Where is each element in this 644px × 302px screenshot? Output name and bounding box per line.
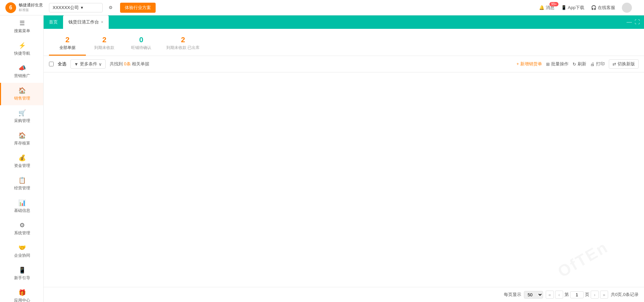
company-name: XXXXXX公司 <box>53 5 79 11</box>
tab-maximize-icon[interactable]: ⛶ <box>635 19 640 25</box>
batch-icon: ⊞ <box>546 62 550 67</box>
sidebar-item-inventory[interactable]: 🏠 库存核算 <box>0 128 43 150</box>
sidebar-label-marketing: 营销推广 <box>14 73 30 79</box>
system-icon: ⚙ <box>19 222 25 229</box>
toolbar-right: + 新增销货单 ⊞ 批量操作 ↻ 刷新 🖨 打印 ⇄ <box>517 59 639 69</box>
phone-icon: 📱 <box>561 5 567 10</box>
stat-tab-overdue[interactable]: 2 到期未收款 <box>86 33 123 56</box>
tab-home[interactable]: 首页 <box>44 15 63 29</box>
sidebar-label-purchase: 采购管理 <box>14 118 30 124</box>
sidebar-label-sales: 销售管理 <box>14 96 30 101</box>
sidebar-item-system[interactable]: ⚙ 系统管理 <box>0 218 43 240</box>
page-content: 2 全部单据 2 到期未收款 0 旺铺待确认 2 到期未收款 已出库 <box>44 29 644 302</box>
notification-badge: 99+ <box>549 2 558 6</box>
sidebar-item-app-center[interactable]: 🎁 应用中心 <box>0 285 43 302</box>
tab-bar-actions: — ⛶ <box>627 19 644 25</box>
operations-icon: 📋 <box>18 177 26 184</box>
switch-version-btn[interactable]: ⇄ 切换新版 <box>609 59 639 69</box>
stats-tabs: 2 全部单据 2 到期未收款 0 旺铺待确认 2 到期未收款 已出库 <box>44 29 644 56</box>
sidebar-item-quick-nav[interactable]: ⚡ 快捷导航 <box>0 38 43 60</box>
online-service-btn[interactable]: 🎧 在线客服 <box>591 5 615 11</box>
prev-page-btn[interactable]: ‹ <box>555 291 563 299</box>
page-size-select[interactable]: 50 100 200 <box>524 291 543 299</box>
stat-count-all: 2 <box>65 36 69 44</box>
first-page-btn[interactable]: « <box>546 291 554 299</box>
page-nav: « ‹ 第 页 › » <box>546 291 608 299</box>
sidebar-label-guide: 新手引导 <box>14 275 30 281</box>
cooperation-icon: 🤝 <box>18 244 26 251</box>
app-center-icon: 🎁 <box>18 289 26 296</box>
company-selector[interactable]: XXXXXX公司 ▾ <box>49 3 103 12</box>
stat-tab-pending[interactable]: 0 旺铺待确认 <box>123 33 160 56</box>
add-sale-btn[interactable]: + 新增销货单 <box>517 61 542 67</box>
sidebar-label-app-center: 应用中心 <box>14 298 30 302</box>
quick-nav-icon: ⚡ <box>18 42 26 49</box>
pagination: 每页显示 50 100 200 « ‹ 第 页 › » 共0页,0条记录 <box>44 287 644 302</box>
sidebar-label-capital: 资金管理 <box>14 163 30 169</box>
notification-area[interactable]: 🔔 消息 99+ <box>539 5 554 11</box>
marketing-icon: 📣 <box>18 64 26 72</box>
refresh-icon: ↻ <box>573 62 576 67</box>
sidebar-item-marketing[interactable]: 📣 营销推广 <box>0 60 43 83</box>
experience-btn[interactable]: 体验行业方案 <box>120 3 156 13</box>
toolbar: 全选 ▼ 更多条件 ∨ 共找到 0条 相关单据 + 新增销货单 ⊞ 批量操作 <box>44 56 644 72</box>
sidebar-item-basic-info[interactable]: 📊 基础信息 <box>0 195 43 218</box>
content-area: 首页 钱货日清工作台 × — ⛶ 2 全部单据 2 到期未收款 <box>44 15 644 302</box>
purchase-icon: 🛒 <box>18 109 26 117</box>
chevron-down-icon: ▾ <box>81 5 83 10</box>
found-prefix: 共找到 <box>110 61 123 66</box>
logo-area: 6 畅捷通好生意 标准版 <box>5 2 49 13</box>
select-all-checkbox[interactable] <box>49 62 54 66</box>
tab-minimize-icon[interactable]: — <box>627 19 632 25</box>
found-suffix: 相关单据 <box>132 61 149 66</box>
sidebar-item-operations[interactable]: 📋 经营管理 <box>0 173 43 195</box>
last-page-btn[interactable]: » <box>600 291 608 299</box>
basic-info-icon: 📊 <box>18 199 26 206</box>
tab-close-icon[interactable]: × <box>101 20 103 24</box>
settings-button[interactable]: ⚙ <box>105 2 116 13</box>
stat-tab-all[interactable]: 2 全部单据 <box>49 33 86 56</box>
header-right: 🔔 消息 99+ 📱 App下载 🎧 在线客服 <box>539 3 639 13</box>
tab-workbench[interactable]: 钱货日清工作台 × <box>63 15 109 29</box>
search-menu-icon: ☰ <box>19 19 25 27</box>
found-text: 共找到 0条 相关单据 <box>110 61 149 67</box>
stat-count-overdue: 2 <box>102 36 106 44</box>
sales-icon: 🏠 <box>18 87 26 94</box>
sidebar-label-quick-nav: 快捷导航 <box>14 51 30 56</box>
app-download-btn[interactable]: 📱 App下载 <box>561 5 584 11</box>
sidebar-label-system: 系统管理 <box>14 230 30 236</box>
page-input[interactable] <box>570 291 584 298</box>
filter-chevron-icon: ∨ <box>99 62 102 67</box>
sidebar-item-purchase[interactable]: 🛒 采购管理 <box>0 105 43 128</box>
sidebar: ☰ 搜索菜单 ⚡ 快捷导航 📣 营销推广 🏠 销售管理 🛒 采购管理 🏠 库存核… <box>0 15 44 302</box>
page-total: 共0页,0条记录 <box>611 292 639 298</box>
stat-tab-not-shipped[interactable]: 2 到期未收款 已出库 <box>160 33 206 56</box>
sidebar-item-guide[interactable]: 📱 新手引导 <box>0 262 43 285</box>
sidebar-label-cooperation: 企业协同 <box>14 253 30 258</box>
logo-icon: 6 <box>5 2 16 13</box>
select-all-label: 全选 <box>58 61 66 67</box>
sidebar-item-search-menu[interactable]: ☰ 搜索菜单 <box>0 15 43 38</box>
tab-bar: 首页 钱货日清工作台 × — ⛶ <box>44 15 644 29</box>
page-suffix: 页 <box>585 292 589 298</box>
refresh-btn[interactable]: ↻ 刷新 <box>573 61 586 67</box>
top-header: 6 畅捷通好生意 标准版 XXXXXX公司 ▾ ⚙ 体验行业方案 🔔 消息 99… <box>0 0 644 15</box>
user-avatar[interactable] <box>622 3 632 13</box>
guide-icon: 📱 <box>18 266 26 274</box>
more-filters-btn[interactable]: ▼ 更多条件 ∨ <box>70 59 106 69</box>
more-filters-label: 更多条件 <box>80 61 97 67</box>
main-layout: ☰ 搜索菜单 ⚡ 快捷导航 📣 营销推广 🏠 销售管理 🛒 采购管理 🏠 库存核… <box>0 15 644 302</box>
print-btn[interactable]: 🖨 打印 <box>590 61 605 67</box>
sidebar-label-inventory: 库存核算 <box>14 140 30 146</box>
tab-home-label: 首页 <box>49 19 58 25</box>
sidebar-label-search-menu: 搜索菜单 <box>14 28 30 34</box>
stat-label-all: 全部单据 <box>59 45 75 51</box>
next-page-btn[interactable]: › <box>591 291 599 299</box>
sidebar-item-cooperation[interactable]: 🤝 企业协同 <box>0 240 43 262</box>
batch-op-btn[interactable]: ⊞ 批量操作 <box>546 61 569 67</box>
sidebar-item-capital[interactable]: 💰 资金管理 <box>0 150 43 173</box>
logo-text: 畅捷通好生意 标准版 <box>19 3 43 13</box>
app-subtitle: 标准版 <box>19 8 43 12</box>
switch-icon: ⇄ <box>612 62 616 67</box>
sidebar-item-sales[interactable]: 🏠 销售管理 <box>0 83 43 105</box>
